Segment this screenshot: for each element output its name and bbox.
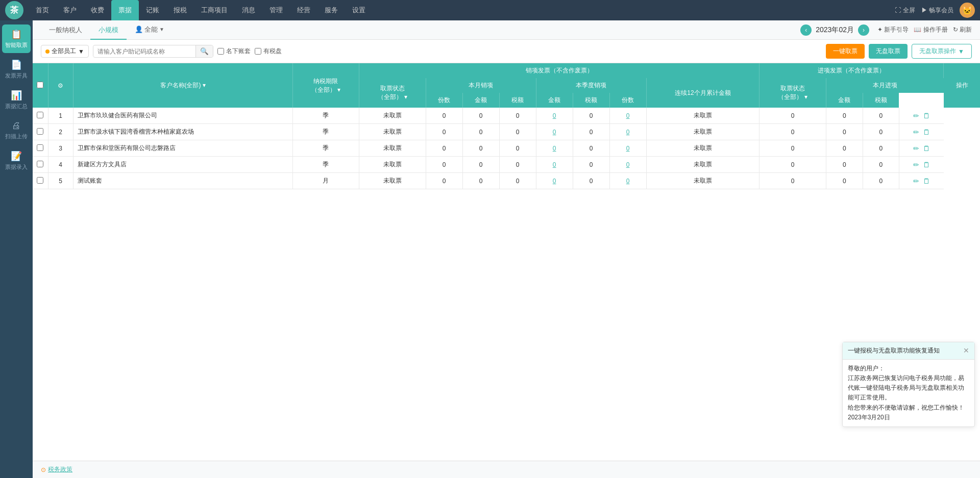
nav-service[interactable]: 服务 xyxy=(317,0,345,20)
nav-settings[interactable]: 设置 xyxy=(345,0,373,20)
row-checkbox[interactable] xyxy=(37,112,43,118)
guide-link[interactable]: ✦ 新手引导 xyxy=(877,26,909,34)
accountset-checkbox[interactable] xyxy=(217,48,224,55)
detail-icon[interactable]: 🗒 xyxy=(923,112,930,120)
taxdisk-checkbox-label[interactable]: 有税盘 xyxy=(255,47,282,56)
edit-icon[interactable]: ✏ xyxy=(913,112,919,120)
sidebar-item-smart-fetch[interactable]: 📋 智能取票 xyxy=(2,24,31,53)
tab-general[interactable]: 一般纳税人 xyxy=(41,20,90,40)
row-sale-amount: 0 xyxy=(462,108,499,124)
row-no: 4 xyxy=(48,157,73,173)
nodisk-btn[interactable]: 无盘取票 xyxy=(869,44,908,59)
edit-icon[interactable]: ✏ xyxy=(913,128,919,136)
nav-operate[interactable]: 经营 xyxy=(290,0,317,20)
row-qsale-amount: 0 xyxy=(536,140,573,157)
employee-label: 全部员工 xyxy=(52,47,76,56)
invoice-table: ⚙ 客户名称(全部) ▾ 纳税期限（全部） ▾ 销项发票（不含作废票） 进项发票… xyxy=(33,63,980,189)
settings-icon[interactable]: ⚙ xyxy=(58,82,63,89)
nav-manage[interactable]: 管理 xyxy=(262,0,290,20)
nav-bookkeeping[interactable]: 记账 xyxy=(139,0,166,20)
th-qsale-amount: 金额 xyxy=(536,93,573,108)
sidebar-item-label: 发票开具 xyxy=(5,72,28,80)
row-qsale-tax: 0 xyxy=(573,173,609,189)
fullscreen-btn[interactable]: ⛶ 全屏 xyxy=(895,6,915,15)
nav-customer[interactable]: 客户 xyxy=(56,0,84,20)
search-input[interactable] xyxy=(93,46,195,57)
notification-body: 尊敬的用户： 江苏政务网已恢复访问电子税务局功能，易代账一键登陆电子税务局与无盘… xyxy=(843,360,974,426)
row-checkbox[interactable] xyxy=(37,177,43,184)
th-sale-tax: 税额 xyxy=(499,93,536,108)
row-cumulative: 0 xyxy=(609,108,646,124)
sidebar-item-entry[interactable]: 📝 票据录入 xyxy=(2,146,31,175)
policy-link[interactable]: 税务政策 xyxy=(48,465,72,474)
row-checkbox[interactable] xyxy=(37,128,43,135)
row-purchase-count: 0 xyxy=(760,173,826,189)
user-avatar[interactable]: 🐱 xyxy=(960,3,975,18)
row-sale-count: 0 xyxy=(426,157,462,173)
row-cumulative: 0 xyxy=(609,173,646,189)
row-sale-tax: 0 xyxy=(499,157,536,173)
row-purchase-tax: 0 xyxy=(863,108,899,124)
row-purchase-amount: 0 xyxy=(826,140,863,157)
sidebar-item-summary[interactable]: 📊 票据汇总 xyxy=(2,86,31,114)
row-sale-status: 未取票 xyxy=(359,157,426,173)
row-customer: 卫辉市汲水镇下园湾香榴营木种植家庭农场 xyxy=(73,124,292,140)
row-sale-amount: 0 xyxy=(462,124,499,140)
th-sale-count: 份数 xyxy=(426,93,462,108)
select-all-checkbox[interactable] xyxy=(37,82,43,88)
sidebar-item-issue[interactable]: 📄 发票开具 xyxy=(2,55,31,84)
detail-icon[interactable]: 🗒 xyxy=(923,161,930,169)
row-purchase-amount: 0 xyxy=(826,124,863,140)
notification-close-btn[interactable]: ✕ xyxy=(963,346,969,355)
nav-business[interactable]: 工商项目 xyxy=(194,0,235,20)
row-qsale-amount: 0 xyxy=(536,157,573,173)
row-actions: ✏ 🗒 xyxy=(899,157,943,173)
row-sale-tax: 0 xyxy=(499,124,536,140)
sidebar-item-scan[interactable]: 🖨 扫描上传 xyxy=(2,116,31,144)
detail-icon[interactable]: 🗒 xyxy=(923,144,930,153)
row-period: 季 xyxy=(292,124,359,140)
manual-link[interactable]: 📖 操作手册 xyxy=(914,26,947,34)
row-checkbox[interactable] xyxy=(37,161,43,167)
th-purchase-tax: 税额 xyxy=(863,93,899,108)
tab-all[interactable]: 👤 全能 ▼ xyxy=(127,20,173,40)
refresh-btn[interactable]: ↻ 刷新 xyxy=(953,26,972,34)
accountset-checkbox-label[interactable]: 名下账套 xyxy=(217,47,251,56)
vip-btn[interactable]: ▶ 畅享会员 xyxy=(921,6,953,15)
period-prev[interactable]: ‹ xyxy=(800,24,812,36)
edit-icon[interactable]: ✏ xyxy=(913,144,919,153)
row-checkbox[interactable] xyxy=(37,144,43,151)
tab-small[interactable]: 小规模 xyxy=(90,20,127,40)
row-sale-status: 未取票 xyxy=(359,173,426,189)
row-purchase-status: 未取票 xyxy=(646,108,760,124)
detail-icon[interactable]: 🗒 xyxy=(923,128,930,136)
employee-select[interactable]: 全部员工 ▼ xyxy=(41,45,89,58)
sidebar-item-label: 扫描上传 xyxy=(5,133,28,140)
edit-icon[interactable]: ✏ xyxy=(913,177,919,185)
row-sale-status: 未取票 xyxy=(359,124,426,140)
row-customer: 新建区方方文具店 xyxy=(73,157,292,173)
nav-tax[interactable]: 报税 xyxy=(166,0,194,20)
issue-icon: 📄 xyxy=(11,59,22,70)
row-purchase-status: 未取票 xyxy=(646,157,760,173)
nav-billing[interactable]: 收费 xyxy=(84,0,111,20)
th-cumulative: 连续12个月累计金额 xyxy=(646,78,760,108)
nav-invoice[interactable]: 票据 xyxy=(111,0,139,20)
onekey-btn[interactable]: 一键取票 xyxy=(826,44,865,59)
row-no: 2 xyxy=(48,124,73,140)
nav-home[interactable]: 首页 xyxy=(29,0,56,20)
row-purchase-amount: 0 xyxy=(826,173,863,189)
row-no: 3 xyxy=(48,140,73,157)
period-next[interactable]: › xyxy=(858,24,869,36)
taxdisk-checkbox[interactable] xyxy=(255,48,261,55)
row-sale-amount: 0 xyxy=(462,140,499,157)
row-period: 季 xyxy=(292,140,359,157)
search-btn[interactable]: 🔍 xyxy=(195,45,213,57)
nav-message[interactable]: 消息 xyxy=(235,0,262,20)
row-sale-tax: 0 xyxy=(499,108,536,124)
toolbar: 全部员工 ▼ 🔍 名下账套 有税盘 一键取票 无盘取票 无盘取票操作 xyxy=(33,40,980,63)
edit-icon[interactable]: ✏ xyxy=(913,161,919,169)
detail-icon[interactable]: 🗒 xyxy=(923,177,930,185)
sub-tabs-right: ✦ 新手引导 📖 操作手册 ↻ 刷新 xyxy=(877,26,972,34)
nooperation-btn[interactable]: 无盘取票操作 ▼ xyxy=(912,44,972,59)
